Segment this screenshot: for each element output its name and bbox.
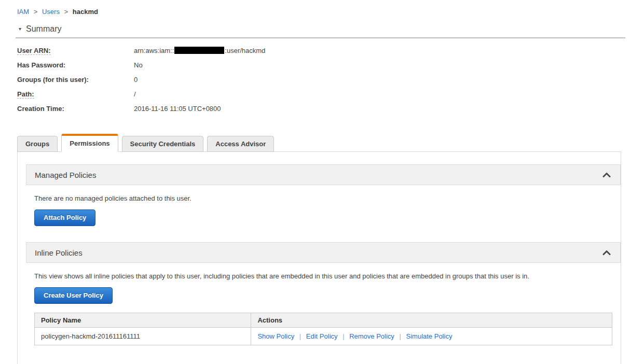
managed-policies-empty-message: There are no managed policies attached t… bbox=[34, 194, 612, 202]
remove-policy-link[interactable]: Remove Policy bbox=[349, 332, 394, 340]
tab-permissions[interactable]: Permissions bbox=[61, 134, 118, 152]
inline-policies-table: Policy Name Actions policygen-hackmd-201… bbox=[34, 313, 612, 345]
managed-policies-title: Managed Policies bbox=[35, 171, 96, 179]
tab-bar: Groups Permissions Security Credentials … bbox=[17, 134, 630, 151]
managed-policies-header[interactable]: Managed Policies bbox=[26, 164, 621, 185]
permissions-tab-panel: Managed Policies There are no managed po… bbox=[17, 151, 621, 364]
groups-value: 0 bbox=[134, 73, 138, 87]
attach-policy-button[interactable]: Attach Policy bbox=[34, 209, 95, 226]
actions-column-header: Actions bbox=[251, 313, 612, 328]
summary-fields: User ARN: arn:aws:iam:::user/hackmd Has … bbox=[17, 44, 630, 116]
summary-divider bbox=[16, 37, 625, 38]
summary-row-creation-time: Creation Time: 2016-11-16 11:05 UTC+0800 bbox=[17, 102, 630, 116]
user-arn-label: User ARN: bbox=[17, 47, 51, 55]
edit-policy-link[interactable]: Edit Policy bbox=[306, 332, 338, 340]
chevron-up-icon[interactable] bbox=[602, 173, 611, 177]
summary-title: Summary bbox=[26, 24, 61, 33]
inline-policies-description: This view shows all inline policies that… bbox=[34, 272, 612, 280]
has-password-value: No bbox=[134, 58, 143, 73]
inline-policies-section: Inline Policies This view shows all inli… bbox=[26, 242, 621, 357]
tab-groups[interactable]: Groups bbox=[17, 136, 58, 152]
path-label: Path: bbox=[17, 90, 34, 99]
summary-row-path: Path: / bbox=[17, 87, 630, 102]
chevron-up-icon[interactable] bbox=[602, 250, 611, 255]
breadcrumb-separator: > bbox=[34, 8, 38, 16]
policy-name-column-header: Policy Name bbox=[35, 313, 251, 328]
summary-toggle[interactable]: ▾Summary bbox=[19, 24, 61, 34]
tab-access-advisor[interactable]: Access Advisor bbox=[207, 136, 274, 152]
caret-down-icon: ▾ bbox=[19, 26, 21, 32]
breadcrumb-link-iam[interactable]: IAM bbox=[17, 8, 29, 16]
groups-label: Groups (for this user): bbox=[17, 73, 134, 87]
summary-row-groups: Groups (for this user): 0 bbox=[17, 73, 630, 87]
path-value: / bbox=[134, 87, 136, 102]
inline-policies-header[interactable]: Inline Policies bbox=[26, 242, 621, 263]
table-row: policygen-hackmd-201611161111 Show Polic… bbox=[35, 328, 612, 345]
breadcrumb-link-users[interactable]: Users bbox=[42, 8, 60, 16]
creation-time-value: 2016-11-16 11:05 UTC+0800 bbox=[134, 102, 221, 116]
action-separator: | bbox=[400, 332, 401, 340]
summary-row-has-password: Has Password: No bbox=[17, 58, 630, 73]
summary-row-user-arn: User ARN: arn:aws:iam:::user/hackmd bbox=[17, 44, 630, 58]
create-user-policy-button[interactable]: Create User Policy bbox=[34, 287, 113, 304]
creation-time-label: Creation Time: bbox=[17, 102, 134, 116]
redacted-account-id bbox=[174, 47, 224, 54]
table-header-row: Policy Name Actions bbox=[35, 313, 612, 328]
breadcrumb-current-user: hackmd bbox=[73, 8, 98, 16]
action-separator: | bbox=[299, 332, 301, 340]
managed-policies-section: Managed Policies There are no managed po… bbox=[26, 164, 621, 238]
has-password-label: Has Password: bbox=[17, 58, 134, 73]
inline-policies-title: Inline Policies bbox=[35, 248, 83, 257]
show-policy-link[interactable]: Show Policy bbox=[257, 332, 294, 340]
simulate-policy-link[interactable]: Simulate Policy bbox=[406, 332, 453, 340]
user-arn-value: arn:aws:iam:::user/hackmd bbox=[134, 44, 265, 58]
policy-name-cell: policygen-hackmd-201611161111 bbox=[35, 328, 251, 345]
policy-actions-cell: Show Policy | Edit Policy | Remove Polic… bbox=[251, 328, 612, 345]
inline-policies-body: This view shows all inline policies that… bbox=[26, 263, 621, 357]
tab-security-credentials[interactable]: Security Credentials bbox=[122, 136, 204, 152]
managed-policies-body: There are no managed policies attached t… bbox=[26, 185, 621, 238]
breadcrumb-separator: > bbox=[64, 8, 69, 16]
action-separator: | bbox=[343, 332, 344, 340]
breadcrumb: IAM > Users > hackmd bbox=[17, 8, 630, 16]
